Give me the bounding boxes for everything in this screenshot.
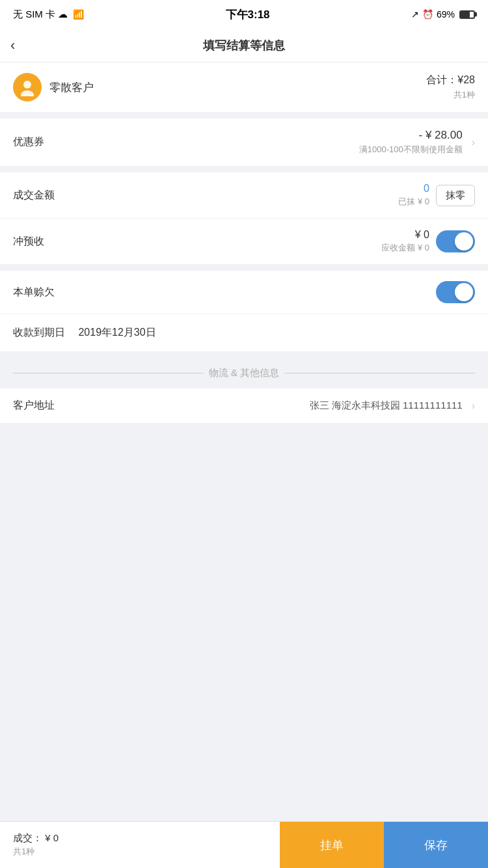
- wifi-icon: 📶: [73, 9, 84, 20]
- svg-point-0: [23, 81, 31, 88]
- debit-right: [436, 281, 475, 303]
- battery-icon: [459, 10, 475, 19]
- location-icon: ↗: [411, 9, 419, 20]
- coupon-subtext: 满1000-100不限制使用金额: [359, 144, 463, 156]
- debit-label: 本单赊欠: [13, 286, 55, 299]
- coupon-row[interactable]: 优惠券 - ¥ 28.00 满1000-100不限制使用金额 ›: [0, 118, 488, 166]
- round-zero-button[interactable]: 抹零: [436, 185, 475, 206]
- bottom-info: 成交： ¥ 0 共1种: [0, 822, 280, 868]
- debit-toggle[interactable]: [436, 281, 475, 303]
- logistics-line-right: [284, 373, 475, 373]
- deal-amount-col: 0 已抹 ¥ 0: [398, 183, 429, 208]
- address-value: 张三 海淀永丰科技园 11111111111: [310, 400, 463, 412]
- bottom-deal-label: 成交：: [13, 832, 42, 843]
- coupon-label: 优惠券: [13, 135, 44, 149]
- logistics-inner: 物流 & 其他信息: [13, 367, 475, 379]
- due-date-value: 2019年12月30日: [78, 327, 156, 338]
- debit-toggle-knob: [455, 283, 473, 301]
- address-right: 张三 海淀永丰科技园 11111111111 ›: [310, 400, 475, 412]
- customer-summary: 合计：¥28 共1种: [426, 74, 475, 101]
- address-section: 客户地址 张三 海淀永丰科技园 11111111111 ›: [0, 388, 488, 423]
- pending-button[interactable]: 挂单: [280, 822, 384, 868]
- nav-bar: ‹ 填写结算等信息: [0, 29, 488, 62]
- logistics-divider: 物流 & 其他信息: [0, 358, 488, 388]
- coupon-right: - ¥ 28.00 满1000-100不限制使用金额 ›: [359, 129, 475, 156]
- page-title: 填写结算等信息: [203, 38, 285, 53]
- status-time: 下午3:18: [226, 7, 270, 22]
- bottom-count: 共1种: [13, 846, 267, 858]
- save-button[interactable]: 保存: [384, 822, 488, 868]
- status-right: ↗ ⏰ 69%: [411, 9, 475, 20]
- deal-amount-sub: 已抹 ¥ 0: [398, 196, 429, 208]
- amount-section: 成交金额 0 已抹 ¥ 0 抹零 冲预收 ¥ 0 应收金额 ¥ 0: [0, 172, 488, 264]
- prepay-label: 冲预收: [13, 235, 44, 249]
- debit-row: 本单赊欠: [0, 271, 488, 314]
- bottom-deal-value: ¥ 0: [45, 832, 59, 843]
- coupon-discount: - ¥ 28.00: [359, 129, 463, 142]
- logistics-section: 物流 & 其他信息: [0, 358, 488, 388]
- svg-point-1: [21, 90, 34, 96]
- prepay-row: 冲预收 ¥ 0 应收金额 ¥ 0: [0, 219, 488, 264]
- due-date-row: 收款到期日 2019年12月30日: [0, 314, 488, 351]
- logistics-line-left: [13, 373, 204, 373]
- coupon-chevron: ›: [472, 137, 475, 148]
- avatar: [13, 73, 42, 102]
- address-label: 客户地址: [13, 399, 55, 413]
- due-date-label: 收款到期日: [13, 327, 65, 338]
- deal-amount-label: 成交金额: [13, 189, 55, 202]
- status-bar: 无 SIM 卡 ☁ 📶 下午3:18 ↗ ⏰ 69%: [0, 0, 488, 29]
- bottom-bar: 成交： ¥ 0 共1种 挂单 保存: [0, 821, 488, 868]
- back-button[interactable]: ‹: [10, 37, 15, 54]
- deal-amount-row: 成交金额 0 已抹 ¥ 0 抹零: [0, 172, 488, 219]
- deal-amount-right: 0 已抹 ¥ 0 抹零: [398, 183, 475, 208]
- address-row[interactable]: 客户地址 张三 海淀永丰科技园 11111111111 ›: [0, 388, 488, 423]
- coupon-value-col: - ¥ 28.00 满1000-100不限制使用金额: [359, 129, 463, 156]
- debit-section: 本单赊欠 收款到期日 2019年12月30日: [0, 271, 488, 351]
- alarm-icon: ⏰: [422, 9, 433, 20]
- prepay-value: ¥ 0: [381, 229, 429, 241]
- status-left: 无 SIM 卡 ☁ 📶: [13, 8, 84, 21]
- battery-percent: 69%: [437, 9, 455, 20]
- customer-total: 合计：¥28: [426, 74, 475, 87]
- customer-count: 共1种: [426, 89, 475, 101]
- bottom-deal-row: 成交： ¥ 0: [13, 832, 267, 845]
- content: 零散客户 合计：¥28 共1种 优惠券 - ¥ 28.00 满1000-100不…: [0, 62, 488, 481]
- customer-info: 零散客户: [13, 73, 94, 102]
- deal-amount-value: 0: [398, 183, 429, 195]
- logistics-label: 物流 & 其他信息: [209, 367, 279, 379]
- coupon-section: 优惠券 - ¥ 28.00 满1000-100不限制使用金额 ›: [0, 118, 488, 166]
- prepay-right: ¥ 0 应收金额 ¥ 0: [381, 229, 475, 254]
- address-chevron: ›: [472, 400, 475, 412]
- prepay-toggle[interactable]: [436, 230, 475, 252]
- prepay-sub: 应收金额 ¥ 0: [381, 242, 429, 254]
- customer-row: 零散客户 合计：¥28 共1种: [0, 62, 488, 112]
- sim-status: 无 SIM 卡 ☁: [13, 8, 68, 21]
- prepay-col: ¥ 0 应收金额 ¥ 0: [381, 229, 429, 254]
- customer-name: 零散客户: [49, 80, 94, 95]
- prepay-toggle-knob: [455, 232, 473, 251]
